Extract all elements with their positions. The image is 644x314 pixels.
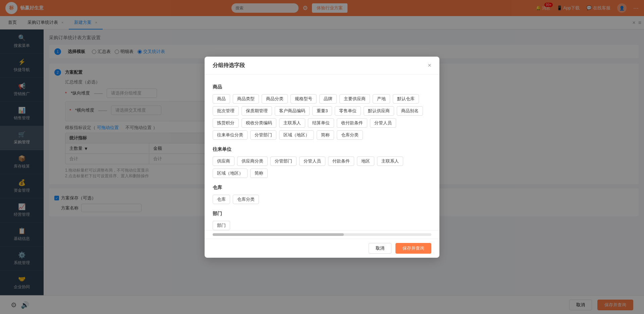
h-scrollbar[interactable] xyxy=(213,233,431,236)
field-tag-partner-5[interactable]: 地区 xyxy=(357,156,374,166)
field-tag-partner-2[interactable]: 分管部门 xyxy=(270,156,297,166)
field-tag-partner-0[interactable]: 供应商 xyxy=(213,156,234,166)
modal-hscroll[interactable] xyxy=(205,230,439,239)
field-tag-goods-9[interactable]: 保质期管理 xyxy=(241,106,272,116)
section-title-goods: 商品 xyxy=(213,84,431,90)
field-tag-goods-14[interactable]: 商品别名 xyxy=(397,106,423,116)
modal-dialog: 分组待选字段 × 商品 商品 商品类型 商品分类 规格型号 品牌 主要供应商 产… xyxy=(205,57,439,258)
section-title-partner: 往来单位 xyxy=(213,146,431,152)
modal-title: 分组待选字段 xyxy=(213,62,245,69)
field-tag-goods-17[interactable]: 主联系人 xyxy=(279,118,305,128)
field-tag-goods-24[interactable]: 简称 xyxy=(317,130,334,140)
field-tag-partner-6[interactable]: 主联系人 xyxy=(377,156,403,166)
field-tag-goods-25[interactable]: 仓库分类 xyxy=(337,130,363,140)
cancel-button[interactable]: 取消 xyxy=(369,243,391,254)
field-tag-goods-0[interactable]: 商品 xyxy=(213,94,230,104)
field-tag-goods-15[interactable]: 拣货积分 xyxy=(213,118,239,128)
field-tag-goods-18[interactable]: 结算单位 xyxy=(308,118,334,128)
modal-body[interactable]: 商品 商品 商品类型 商品分类 规格型号 品牌 主要供应商 产地 默认仓库 批次… xyxy=(205,75,439,230)
section-title-department: 部门 xyxy=(213,211,431,217)
field-tag-goods-8[interactable]: 批次管理 xyxy=(213,106,239,116)
modal-overlay: 分组待选字段 × 商品 商品 商品类型 商品分类 规格型号 品牌 主要供应商 产… xyxy=(0,0,644,314)
field-grid-department: 部门 xyxy=(213,221,431,230)
h-scrollbar-thumb[interactable] xyxy=(213,233,344,236)
field-tag-goods-19[interactable]: 收付款条件 xyxy=(337,118,367,128)
field-tag-goods-16[interactable]: 税收分类编码 xyxy=(241,118,276,128)
modal-header: 分组待选字段 × xyxy=(205,57,439,75)
field-tag-goods-10[interactable]: 客户商品编码 xyxy=(275,106,310,116)
field-tag-partner-7[interactable]: 区域（地区） xyxy=(213,169,248,178)
field-tag-goods-1[interactable]: 商品类型 xyxy=(233,94,259,104)
field-tag-goods-6[interactable]: 产地 xyxy=(373,94,390,104)
field-tag-goods-22[interactable]: 分管部门 xyxy=(250,130,276,140)
field-tag-partner-4[interactable]: 付款条件 xyxy=(328,156,354,166)
field-tag-goods-13[interactable]: 默认供应商 xyxy=(364,106,394,116)
field-grid-partner: 供应商 供应商分类 分管部门 分管人员 付款条件 地区 主联系人 区域（地区） … xyxy=(213,156,431,178)
field-tag-goods-21[interactable]: 往来单位分类 xyxy=(213,130,248,140)
field-tag-goods-4[interactable]: 品牌 xyxy=(319,94,337,104)
modal-footer: 取消 保存并查询 xyxy=(205,239,439,258)
field-tag-goods-11[interactable]: 重量3 xyxy=(312,106,332,116)
field-tag-goods-7[interactable]: 默认仓库 xyxy=(393,94,419,104)
field-tag-goods-12[interactable]: 零售单位 xyxy=(335,106,361,116)
confirm-button[interactable]: 保存并查询 xyxy=(395,243,431,254)
field-tag-goods-23[interactable]: 区域（地区） xyxy=(279,130,314,140)
field-tag-warehouse-0[interactable]: 仓库 xyxy=(213,195,230,204)
field-tag-partner-1[interactable]: 供应商分类 xyxy=(237,156,268,166)
field-tag-goods-5[interactable]: 主要供应商 xyxy=(339,94,370,104)
field-grid-warehouse: 仓库 仓库分类 xyxy=(213,195,431,204)
field-tag-goods-3[interactable]: 规格型号 xyxy=(290,94,317,104)
field-grid-goods: 商品 商品类型 商品分类 规格型号 品牌 主要供应商 产地 默认仓库 批次管理 … xyxy=(213,94,431,140)
modal-close-button[interactable]: × xyxy=(428,62,431,69)
field-tag-dept-0[interactable]: 部门 xyxy=(213,221,230,230)
field-tag-partner-3[interactable]: 分管人员 xyxy=(299,156,325,166)
section-title-warehouse: 仓库 xyxy=(213,185,431,191)
field-tag-warehouse-1[interactable]: 仓库分类 xyxy=(233,195,259,204)
field-tag-goods-20[interactable]: 分管人员 xyxy=(370,118,396,128)
field-tag-goods-2[interactable]: 商品分类 xyxy=(262,94,288,104)
field-tag-partner-8[interactable]: 简称 xyxy=(250,169,268,178)
